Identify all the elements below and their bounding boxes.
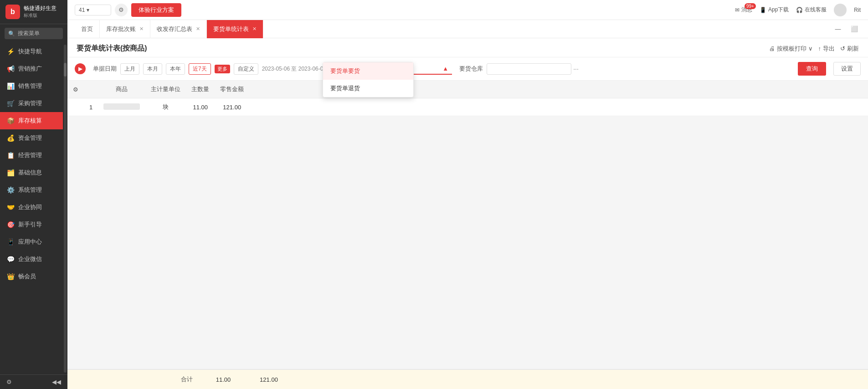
message-badge: 99+ bbox=[745, 3, 756, 9]
date-filter-group: 单据日期 上月 本月 本年 近7天 更多 自定义 2023-05-06 至 20… bbox=[93, 63, 326, 75]
sidebar-item-label: 经营管理 bbox=[18, 151, 42, 159]
settings-icon[interactable]: ⚙ bbox=[6, 379, 12, 385]
dropdown-item-order-return[interactable]: 要货单退货 bbox=[323, 80, 413, 97]
td-settings bbox=[67, 98, 84, 116]
sidebar-item-member[interactable]: 👑 畅会员 bbox=[0, 268, 63, 285]
filter-bar: ▶ 单据日期 上月 本月 本年 近7天 更多 自定义 2023-05-06 至 … bbox=[67, 57, 868, 81]
sidebar-search[interactable]: 🔍 搜索菜单 bbox=[5, 28, 63, 39]
online-service-button[interactable]: 🎧 在线客服 bbox=[796, 6, 827, 14]
th-settings[interactable]: ⚙ bbox=[67, 81, 84, 98]
more-filter-icon[interactable]: ··· bbox=[573, 65, 579, 72]
print-button[interactable]: 🖨 按模板打印 ∨ bbox=[769, 45, 813, 53]
date-this-year-btn[interactable]: 本年 bbox=[166, 63, 185, 75]
export-button[interactable]: ↑ 导出 bbox=[818, 45, 835, 53]
tab-inventory-batch[interactable]: 库存批次账 ✕ bbox=[100, 20, 150, 38]
marketing-icon: 📢 bbox=[6, 65, 15, 72]
enterprise-icon: 🤝 bbox=[6, 204, 15, 211]
sidebar-nav: ⚡ 快捷导航 📢 营销推广 📊 销售管理 🛒 采购管理 📦 库存核算 💰 bbox=[0, 43, 63, 374]
date-prev-month-btn[interactable]: 上月 bbox=[120, 63, 139, 75]
sidebar-item-label: 系统管理 bbox=[18, 186, 42, 194]
tab-order-stats-close[interactable]: ✕ bbox=[252, 26, 257, 32]
guide-icon: 🎯 bbox=[6, 221, 15, 228]
sidebar-item-inventory[interactable]: 📦 库存核算 bbox=[0, 112, 63, 129]
tab-maximize-button[interactable]: ⬜ bbox=[848, 23, 861, 36]
page-header: 要货单统计表(按商品) 🖨 按模板打印 ∨ ↑ 导出 ↺ 刷新 bbox=[67, 38, 868, 57]
th-amount: 零售金额 bbox=[215, 81, 249, 98]
sidebar-item-label: 资金管理 bbox=[18, 134, 42, 142]
summary-quantity: 11.00 bbox=[205, 376, 241, 383]
trial-button[interactable]: 体验行业方案 bbox=[131, 3, 181, 17]
tab-receive-summary[interactable]: 收发存汇总表 ✕ bbox=[150, 20, 207, 38]
print-icon: 🖨 bbox=[769, 45, 775, 52]
user-avatar[interactable] bbox=[834, 4, 847, 16]
refresh-label: 刷新 bbox=[847, 45, 859, 53]
settings-button[interactable]: 设置 bbox=[833, 62, 861, 76]
main-container: 41 ▾ ⚙ 体验行业方案 ✉ 消息 99+ 📱 App下载 🎧 在线客服 bbox=[67, 0, 868, 389]
date-recent-7days-btn[interactable]: 近7天 bbox=[189, 63, 211, 75]
tab-minimize-button[interactable]: — bbox=[832, 23, 844, 36]
data-table: ⚙ 商品 主计量单位 主数量 零售金额 1 bbox=[67, 81, 868, 116]
sidebar-item-label: 营销推广 bbox=[18, 65, 42, 73]
sidebar-item-basic[interactable]: 🗂️ 基础信息 bbox=[0, 164, 63, 181]
home-tab-label: 首页 bbox=[81, 25, 93, 33]
dropdown-item-order-goods[interactable]: 要货单要货 bbox=[323, 62, 413, 80]
refresh-button[interactable]: ↺ 刷新 bbox=[840, 45, 859, 53]
service-icon: 🎧 bbox=[796, 7, 803, 13]
store-selector[interactable]: 41 ▾ bbox=[75, 5, 111, 15]
gear-icon: ⚙ bbox=[118, 6, 124, 13]
table-row: 1 块 11.00 121.00 bbox=[67, 98, 868, 116]
td-empty bbox=[249, 98, 868, 116]
sales-icon: 📊 bbox=[6, 82, 15, 90]
topbar-right: ✉ 消息 99+ 📱 App下载 🎧 在线客服 Rit bbox=[735, 4, 861, 16]
sidebar-item-enterprise[interactable]: 🤝 企业协同 bbox=[0, 199, 63, 216]
app-download-button[interactable]: 📱 App下载 bbox=[760, 6, 789, 14]
date-custom-btn[interactable]: 自定义 bbox=[234, 63, 258, 75]
td-quantity: 11.00 bbox=[186, 98, 215, 116]
data-table-container: ⚙ 商品 主计量单位 主数量 零售金额 1 bbox=[67, 81, 868, 116]
sidebar-item-label: 快捷导航 bbox=[18, 47, 42, 56]
wechat-icon: 💬 bbox=[6, 256, 15, 263]
sidebar-item-quick-nav[interactable]: ⚡ 快捷导航 bbox=[0, 43, 63, 60]
tab-receive-summary-close[interactable]: ✕ bbox=[196, 26, 200, 32]
export-label: 导出 bbox=[823, 45, 835, 53]
sidebar-item-label: 新手引导 bbox=[18, 220, 42, 229]
page-content: 要货单统计表(按商品) 🖨 按模板打印 ∨ ↑ 导出 ↺ 刷新 bbox=[67, 38, 868, 389]
service-label: 在线客服 bbox=[805, 6, 827, 14]
sidebar-item-finance[interactable]: 💰 资金管理 bbox=[0, 129, 63, 147]
tab-home[interactable]: 首页 bbox=[75, 20, 100, 38]
sidebar-logo: b 畅捷通好生意 标准版 bbox=[0, 0, 67, 24]
sidebar-item-guide[interactable]: 🎯 新手引导 bbox=[0, 216, 63, 233]
sidebar-nav-area: ⚡ 快捷导航 📢 营销推广 📊 销售管理 🛒 采购管理 📦 库存核算 💰 bbox=[0, 43, 67, 374]
logo-icon: b bbox=[5, 5, 20, 19]
sidebar-item-sales[interactable]: 📊 销售管理 bbox=[0, 77, 63, 95]
query-button[interactable]: 查询 bbox=[798, 62, 826, 76]
sidebar-item-operations[interactable]: 📋 经营管理 bbox=[0, 147, 63, 164]
tab-order-stats[interactable]: 要货单统计表 ✕ bbox=[207, 20, 263, 38]
receive-summary-label: 收发存汇总表 bbox=[157, 25, 192, 33]
sidebar-item-marketing[interactable]: 📢 营销推广 bbox=[0, 60, 63, 77]
summary-label: 合计 bbox=[169, 375, 205, 384]
collapse-icon[interactable]: ◀◀ bbox=[52, 379, 61, 385]
summary-row: 合计 11.00 121.00 bbox=[67, 369, 868, 389]
more-date-btn[interactable]: 更多 bbox=[215, 65, 230, 73]
inventory-batch-label: 库存批次账 bbox=[106, 25, 136, 33]
tab-inventory-batch-close[interactable]: ✕ bbox=[139, 26, 144, 32]
gear-button[interactable]: ⚙ bbox=[115, 4, 128, 16]
user-name[interactable]: Rit bbox=[854, 7, 861, 13]
sidebar-item-purchase[interactable]: 🛒 采购管理 bbox=[0, 95, 63, 112]
finance-icon: 💰 bbox=[6, 134, 15, 142]
sidebar-item-label: 销售管理 bbox=[18, 82, 42, 90]
warehouse-filter-input[interactable] bbox=[487, 63, 571, 75]
filter-toggle-button[interactable]: ▶ bbox=[75, 63, 86, 74]
page-title: 要货单统计表(按商品) bbox=[77, 44, 147, 53]
page-actions: 🖨 按模板打印 ∨ ↑ 导出 ↺ 刷新 bbox=[769, 45, 859, 53]
dropdown-arrow-icon: ▾ bbox=[87, 7, 89, 13]
date-this-month-btn[interactable]: 本月 bbox=[143, 63, 162, 75]
message-button[interactable]: ✉ 消息 99+ bbox=[735, 6, 752, 14]
sidebar-item-wechat[interactable]: 💬 企业微信 bbox=[0, 251, 63, 268]
date-range-display: 2023-05-06 至 2023-06-06 bbox=[262, 65, 326, 73]
app-label: App下载 bbox=[768, 6, 789, 14]
sidebar-item-apps[interactable]: 📱 应用中心 bbox=[0, 233, 63, 251]
order-stats-label: 要货单统计表 bbox=[213, 25, 249, 33]
sidebar-item-system[interactable]: ⚙️ 系统管理 bbox=[0, 181, 63, 199]
